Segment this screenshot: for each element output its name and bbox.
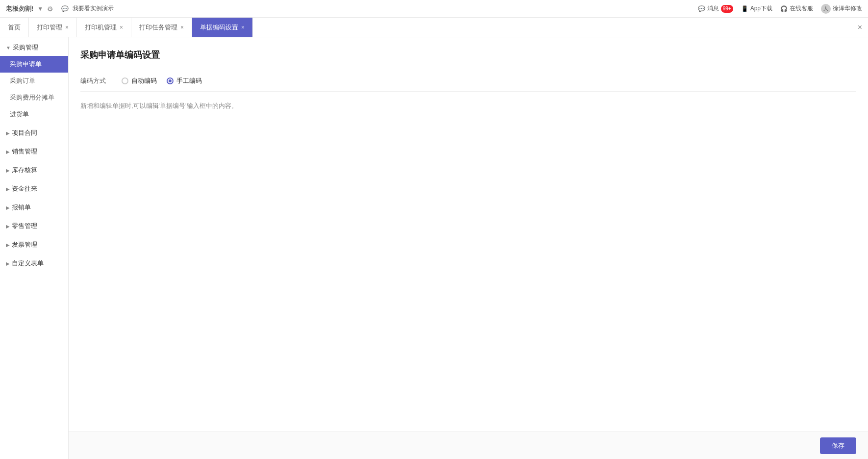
- message-item[interactable]: 💬 消息 99+: [698, 4, 733, 13]
- message-label: 消息: [707, 4, 719, 13]
- chevron-down-icon: ▼: [6, 45, 11, 51]
- gear-icon[interactable]: ⚙: [47, 5, 53, 13]
- radio-group: 自动编码 手工编码: [122, 76, 202, 85]
- sidebar-group-custom-forms: ▶ 自定义表单: [0, 255, 68, 272]
- sidebar-group-label-invoice-mgmt: 发票管理: [12, 240, 37, 249]
- sidebar-group-label-returns: 报销单: [12, 203, 31, 212]
- app-download-item[interactable]: 📱 App下载: [741, 4, 772, 13]
- encoding-section: 编码方式 自动编码 手工编码: [80, 71, 856, 92]
- sidebar-group-header-inventory[interactable]: ▶ 库存核算: [0, 162, 68, 178]
- tab-print-mgmt-label: 打印管理: [37, 23, 62, 32]
- sidebar-group-label-purchase-mgmt: 采购管理: [13, 43, 38, 52]
- chevron-right-icon-custom: ▶: [6, 261, 10, 266]
- radio-auto-code[interactable]: 自动编码: [122, 76, 157, 85]
- top-bar-right: 💬 消息 99+ 📱 App下载 🎧 在线客服 人 徐泽华修改: [698, 4, 862, 14]
- sidebar-group-header-funds[interactable]: ▶ 资金往来: [0, 180, 68, 197]
- chevron-right-icon-sales: ▶: [6, 149, 10, 154]
- chevron-right-icon-returns: ▶: [6, 205, 10, 210]
- sidebar-group-funds: ▶ 资金往来: [0, 180, 68, 197]
- chevron-right-icon-funds: ▶: [6, 186, 10, 192]
- tab-print-task-mgmt-label: 打印任务管理: [139, 23, 177, 32]
- radio-manual-label: 手工编码: [176, 76, 202, 85]
- tab-print-task-mgmt[interactable]: 打印任务管理 ×: [131, 18, 192, 37]
- sidebar-group-header-invoice-mgmt[interactable]: ▶ 发票管理: [0, 236, 68, 253]
- sidebar-group-label-sales-mgmt: 销售管理: [12, 147, 37, 156]
- sidebar-item-label-purchase-expense: 采购费用分摊单: [10, 94, 54, 101]
- phone-icon: 📱: [741, 5, 748, 12]
- tab-home[interactable]: 首页: [0, 18, 29, 37]
- avatar-icon: 人: [821, 4, 831, 14]
- chevron-right-icon-inventory: ▶: [6, 168, 10, 173]
- message-badge: 99+: [721, 5, 733, 13]
- encoding-method-label: 编码方式: [80, 76, 110, 85]
- sidebar-item-purchase-order[interactable]: 采购订单: [0, 73, 68, 89]
- sidebar-group-sales-mgmt: ▶ 销售管理: [0, 143, 68, 160]
- sidebar-group-label-project-contract: 项目合同: [12, 128, 37, 137]
- sidebar-group-header-custom-forms[interactable]: ▶ 自定义表单: [0, 255, 68, 272]
- chevron-right-icon-invoice: ▶: [6, 242, 10, 248]
- sidebar-group-project-contract: ▶ 项目合同: [0, 125, 68, 141]
- sidebar-group-header-project-contract[interactable]: ▶ 项目合同: [0, 125, 68, 141]
- online-service-item[interactable]: 🎧 在线客服: [780, 4, 813, 13]
- content-body: 采购申请单编码设置 编码方式 自动编码 手工编码 新增和编辑单据时,可以编辑'单…: [69, 37, 868, 432]
- sidebar-group-invoice-mgmt: ▶ 发票管理: [0, 236, 68, 253]
- sidebar-group-header-sales-mgmt[interactable]: ▶ 销售管理: [0, 143, 68, 160]
- message-icon: 💬: [698, 5, 705, 12]
- chevron-right-icon-retail: ▶: [6, 224, 10, 229]
- sidebar-item-purchase-expense[interactable]: 采购费用分摊单: [0, 89, 68, 106]
- sidebar-item-purchase-request[interactable]: 采购申请单: [0, 56, 68, 73]
- tab-printer-mgmt-label: 打印机管理: [85, 23, 117, 32]
- tab-single-code-setting[interactable]: 单据编码设置 ×: [192, 18, 253, 37]
- page-title: 采购申请单编码设置: [80, 49, 856, 61]
- content-area: 采购申请单编码设置 编码方式 自动编码 手工编码 新增和编辑单据时,可以编辑'单…: [69, 37, 868, 459]
- tab-print-task-mgmt-close[interactable]: ×: [180, 24, 184, 31]
- sidebar-group-label-custom-forms: 自定义表单: [12, 259, 44, 268]
- content-footer: 保存: [69, 432, 868, 459]
- tab-bar-close-all[interactable]: ×: [852, 23, 868, 32]
- tab-print-mgmt-close[interactable]: ×: [65, 24, 69, 31]
- sidebar-group-retail-mgmt: ▶ 零售管理: [0, 218, 68, 234]
- user-avatar-item[interactable]: 人 徐泽华修改: [821, 4, 862, 14]
- dropdown-icon[interactable]: ▼: [37, 5, 43, 12]
- sidebar-group-returns: ▶ 报销单: [0, 199, 68, 216]
- hint-text: 新增和编辑单据时,可以编辑'单据编号'输入框中的内容。: [80, 102, 856, 110]
- main-layout: ▼ 采购管理 采购申请单 采购订单 采购费用分摊单 进货单 ▶ 项目合同: [0, 37, 868, 459]
- save-button[interactable]: 保存: [820, 437, 856, 454]
- app-download-label: App下载: [750, 4, 772, 13]
- headset-icon: 🎧: [780, 5, 788, 12]
- tab-printer-mgmt-close[interactable]: ×: [120, 24, 123, 31]
- tab-single-code-setting-label: 单据编码设置: [200, 23, 238, 32]
- sidebar-item-stock-in[interactable]: 进货单: [0, 106, 68, 123]
- tab-home-label: 首页: [8, 23, 21, 32]
- sidebar-group-header-retail-mgmt[interactable]: ▶ 零售管理: [0, 218, 68, 234]
- online-service-label: 在线客服: [790, 4, 813, 13]
- sidebar-group-header-purchase-mgmt[interactable]: ▼ 采购管理: [0, 39, 68, 56]
- sidebar-group-label-retail-mgmt: 零售管理: [12, 222, 37, 230]
- radio-manual-code[interactable]: 手工编码: [167, 76, 202, 85]
- chevron-right-icon-project: ▶: [6, 130, 10, 136]
- sidebar: ▼ 采购管理 采购申请单 采购订单 采购费用分摊单 进货单 ▶ 项目合同: [0, 37, 69, 459]
- sidebar-group-inventory: ▶ 库存核算: [0, 162, 68, 178]
- sidebar-group-label-inventory: 库存核算: [12, 166, 37, 175]
- radio-auto-circle: [122, 77, 128, 84]
- tab-bar: 首页 打印管理 × 打印机管理 × 打印任务管理 × 单据编码设置 × ×: [0, 18, 868, 37]
- logo-text: 老板勿割!: [6, 4, 33, 13]
- sidebar-group-purchase-mgmt: ▼ 采购管理 采购申请单 采购订单 采购费用分摊单 进货单: [0, 39, 68, 123]
- radio-manual-circle: [167, 77, 174, 84]
- sidebar-group-label-funds: 资金往来: [12, 184, 37, 193]
- tab-printer-mgmt[interactable]: 打印机管理 ×: [77, 18, 131, 37]
- demo-text[interactable]: 我要看实例演示: [73, 4, 114, 13]
- tab-print-mgmt[interactable]: 打印管理 ×: [29, 18, 77, 37]
- sidebar-item-label-stock-in: 进货单: [10, 110, 29, 118]
- tab-single-code-setting-close[interactable]: ×: [241, 24, 245, 31]
- user-name: 徐泽华修改: [833, 4, 862, 13]
- sidebar-group-header-returns[interactable]: ▶ 报销单: [0, 199, 68, 216]
- top-bar: 老板勿割! ▼ ⚙ 💬 我要看实例演示 💬 消息 99+ 📱 App下载 🎧 在…: [0, 0, 868, 18]
- radio-auto-label: 自动编码: [131, 76, 157, 85]
- demo-icon: 💬: [61, 5, 69, 12]
- sidebar-item-label-purchase-request: 采购申请单: [10, 60, 42, 68]
- sidebar-item-label-purchase-order: 采购订单: [10, 77, 35, 84]
- top-bar-left: 老板勿割! ▼ ⚙ 💬 我要看实例演示: [6, 4, 114, 13]
